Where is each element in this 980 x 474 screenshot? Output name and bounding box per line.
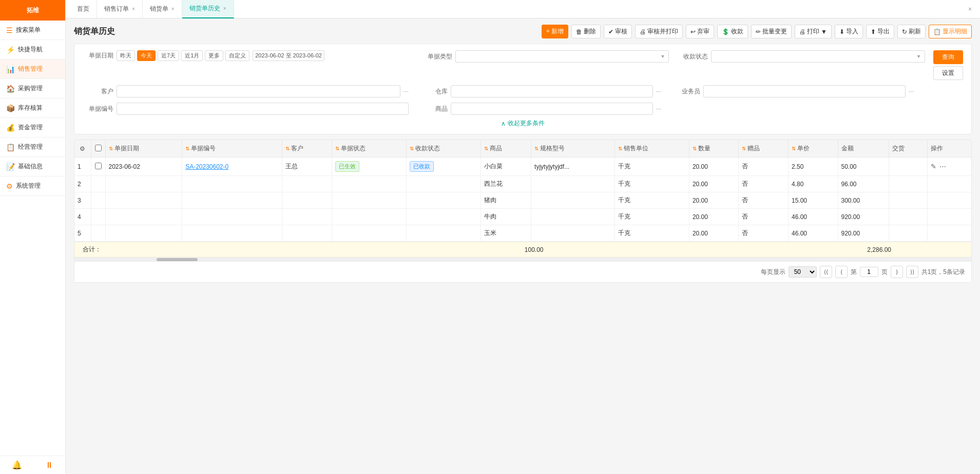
col-doc-no[interactable]: ⇅单据编号 <box>182 140 282 157</box>
table-row: 5玉米千克20.00否46.00920.00 <box>74 225 971 242</box>
staff-picker-icon[interactable]: ··· <box>909 88 914 95</box>
show-detail-button[interactable]: 📋 显示明细 <box>929 25 972 38</box>
tab-sales-history[interactable]: 销货单历史 × <box>182 0 234 18</box>
doc-no-input[interactable] <box>117 103 409 115</box>
tabs-close-all-button[interactable]: × <box>964 6 976 13</box>
date-btn-yesterday[interactable]: 昨天 <box>117 50 135 61</box>
page-last-button[interactable]: ⟩⟩ <box>906 266 918 278</box>
select-all-checkbox[interactable] <box>95 145 102 151</box>
date-btn-7days[interactable]: 近7天 <box>158 50 179 61</box>
col-price[interactable]: ⇅单价 <box>788 140 838 157</box>
customer-input[interactable] <box>117 85 400 97</box>
date-btn-today[interactable]: 今天 <box>137 50 156 61</box>
goods-input[interactable] <box>451 103 653 115</box>
sidebar-item-search-menu[interactable]: ☰ 搜索菜单 <box>0 21 65 40</box>
audit-button[interactable]: ✔ 审核 <box>604 25 632 38</box>
export-button[interactable]: ⬆ 导出 <box>866 25 894 38</box>
col-exchange: 交货 <box>889 140 927 157</box>
print-button[interactable]: 🖨 打印 ▼ <box>795 25 832 38</box>
exchange-cell <box>889 209 927 225</box>
settings-button[interactable]: 设置 <box>933 66 963 80</box>
refresh-button[interactable]: ↻ 刷新 <box>897 25 926 38</box>
col-doc-status[interactable]: ⇅单据状态 <box>332 140 406 157</box>
tab-home[interactable]: 首页 <box>70 0 97 18</box>
more-action-icon[interactable]: ⋯ <box>939 163 946 170</box>
spec-cell <box>531 176 615 192</box>
staff-input[interactable] <box>703 85 906 97</box>
page-prev-button[interactable]: ⟨ <box>835 266 848 278</box>
col-gift[interactable]: ⇅赠品 <box>739 140 789 157</box>
per-page-select[interactable]: 50 100 200 <box>789 266 817 278</box>
row-checkbox[interactable] <box>95 163 102 169</box>
page-next-button[interactable]: ⟩ <box>891 266 903 278</box>
collapse-filter-button[interactable]: ∧ 收起更多条件 <box>83 119 963 128</box>
row-checkbox-cell[interactable] <box>91 176 105 192</box>
warehouse-input[interactable] <box>451 85 653 97</box>
amount-cell: 300.00 <box>838 192 889 209</box>
abandon-button[interactable]: ↩ 弃审 <box>686 25 714 38</box>
row-checkbox-cell[interactable] <box>91 192 105 209</box>
col-checkbox[interactable] <box>91 140 105 157</box>
doc-date-cell <box>105 209 182 225</box>
collect-status-select[interactable] <box>711 50 925 63</box>
col-qty[interactable]: ⇅数量 <box>689 140 739 157</box>
col-doc-date[interactable]: ⇅单据日期 <box>105 140 182 157</box>
sidebar-item-basic-info[interactable]: 📝 基础信息 <box>0 157 65 176</box>
query-button[interactable]: 查询 <box>933 50 963 64</box>
batch-change-button[interactable]: ✏ 批量变更 <box>751 25 792 38</box>
close-sales-history-tab-icon[interactable]: × <box>223 6 226 11</box>
action-cell <box>927 192 971 209</box>
action-cell[interactable]: ✎⋯ <box>927 157 971 176</box>
col-gear[interactable]: ⚙ <box>74 140 91 157</box>
collect-button[interactable]: 💲 收款 <box>717 25 748 38</box>
tab-sales-order[interactable]: 销售订单 × <box>97 0 143 18</box>
delete-button[interactable]: 🗑 删除 <box>571 25 601 38</box>
date-btn-custom[interactable]: 自定义 <box>225 50 249 61</box>
sidebar-bottom-icon-1[interactable]: 🔔 <box>12 460 22 470</box>
doc-type-select[interactable] <box>455 50 669 63</box>
row-checkbox-cell[interactable] <box>91 157 105 176</box>
table-scroll-bar[interactable] <box>74 257 971 261</box>
sidebar-item-inventory[interactable]: 📦 库存核算 <box>0 98 65 118</box>
goods-picker-icon[interactable]: ··· <box>656 105 661 112</box>
sidebar-item-operations[interactable]: 📋 经营管理 <box>0 137 65 157</box>
audit-print-button[interactable]: 🖨 审核并打印 <box>635 25 683 38</box>
gear-settings-icon[interactable]: ⚙ <box>80 145 85 152</box>
collect-status-cell <box>406 209 481 225</box>
edit-action-icon[interactable]: ✎ <box>931 163 936 170</box>
date-btn-more[interactable]: 更多 <box>205 50 223 61</box>
filter-section: 单据日期 昨天 今天 近7天 近1月 更多 自定义 2023-06-02 至 2… <box>74 44 972 134</box>
customer-picker-icon[interactable]: ··· <box>403 88 409 95</box>
doc-no-cell[interactable]: SA-20230602-0 <box>182 157 282 176</box>
sidebar-item-purchase-mgmt[interactable]: 🏠 采购管理 <box>0 79 65 98</box>
new-button[interactable]: + 新增 <box>542 25 568 38</box>
close-sales-order-tab-icon[interactable]: × <box>132 6 135 12</box>
audit-icon: ✔ <box>608 28 613 35</box>
search-menu-icon: ☰ <box>6 26 13 34</box>
col-spec[interactable]: ⇅规格型号 <box>531 140 615 157</box>
goods-cell: 猪肉 <box>481 192 531 209</box>
sales-mgmt-icon: 📊 <box>6 65 15 73</box>
page-number-input[interactable] <box>860 267 878 277</box>
date-btn-1month[interactable]: 近1月 <box>181 50 203 61</box>
sidebar-item-quick-nav[interactable]: ⚡ 快捷导航 <box>0 40 65 60</box>
staff-filter-label: 业务员 <box>669 87 700 96</box>
sidebar-item-finance[interactable]: 💰 资金管理 <box>0 118 65 137</box>
row-checkbox-cell[interactable] <box>91 225 105 242</box>
import-button[interactable]: ⬇ 导入 <box>835 25 863 38</box>
sidebar-bottom-icon-2[interactable]: ⏸ <box>45 461 53 470</box>
close-sales-goods-tab-icon[interactable]: × <box>171 6 175 12</box>
tab-sales-goods[interactable]: 销货单 × <box>143 0 182 18</box>
page-first-button[interactable]: ⟨⟨ <box>820 266 832 278</box>
date-buttons-group: 昨天 今天 近7天 近1月 更多 自定义 <box>117 50 249 61</box>
col-customer[interactable]: ⇅客户 <box>282 140 332 157</box>
sidebar-item-system-mgmt[interactable]: ⚙ 系统管理 <box>0 176 65 196</box>
row-checkbox-cell[interactable] <box>91 209 105 225</box>
col-goods[interactable]: ⇅商品 <box>481 140 531 157</box>
amount-cell: 920.00 <box>838 225 889 242</box>
col-collect-status[interactable]: ⇅收款状态 <box>406 140 481 157</box>
warehouse-picker-icon[interactable]: ··· <box>656 88 661 95</box>
col-unit[interactable]: ⇅销售单位 <box>615 140 689 157</box>
sidebar-item-sales-mgmt[interactable]: 📊 销售管理 <box>0 60 65 79</box>
doc-no-link[interactable]: SA-20230602-0 <box>185 163 228 170</box>
